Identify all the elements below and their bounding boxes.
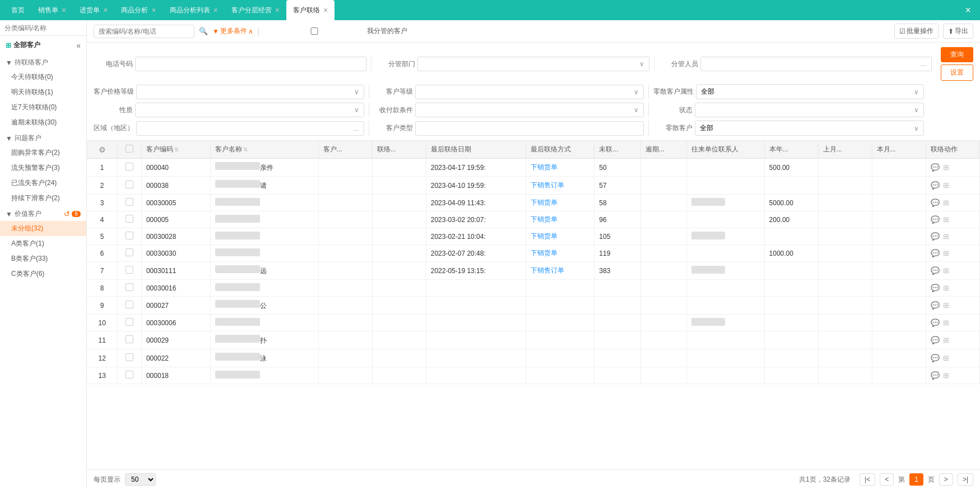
chat-icon[interactable]: 💬 xyxy=(931,371,940,380)
tab-customer-contact-close[interactable]: × xyxy=(323,6,328,15)
export-button[interactable]: ⬆ 导出 xyxy=(943,24,973,39)
chat-icon[interactable]: 💬 xyxy=(931,199,940,207)
sidebar-group-problem[interactable]: ▼ 问题客户 xyxy=(0,130,86,145)
filter-price-grade-select[interactable]: ∨ xyxy=(136,85,364,99)
tab-customer-contact[interactable]: 客户联络 × xyxy=(286,0,335,20)
tab-sales[interactable]: 销售单 × xyxy=(31,0,73,20)
row-checkbox[interactable] xyxy=(126,215,133,223)
chat-icon[interactable]: 💬 xyxy=(931,215,940,224)
query-button[interactable]: 查询 xyxy=(941,47,973,62)
method-link[interactable]: 下销售订单 xyxy=(531,266,564,274)
method-link[interactable]: 下销货单 xyxy=(531,199,558,206)
more-actions-icon[interactable]: ⊞ xyxy=(943,371,949,380)
method-link[interactable]: 下销货单 xyxy=(531,249,558,257)
settings-gear-icon[interactable]: ⚙ xyxy=(99,145,106,154)
more-actions-icon[interactable]: ⊞ xyxy=(943,266,949,275)
tab-product-analysis-close[interactable]: × xyxy=(151,6,156,15)
row-checkbox[interactable] xyxy=(126,301,133,308)
row-checkbox[interactable] xyxy=(126,198,133,206)
sidebar-all-customers[interactable]: ⊞ 全部客户 « xyxy=(0,36,86,54)
search-input[interactable] xyxy=(94,25,194,38)
first-page-button[interactable]: |< xyxy=(860,473,875,486)
more-actions-icon[interactable]: ⊞ xyxy=(943,215,949,224)
last-page-button[interactable]: >| xyxy=(958,473,973,486)
sidebar-item-class-b[interactable]: B类客户(33) xyxy=(0,251,86,266)
sidebar-item-tomorrow[interactable]: 明天待联络(1) xyxy=(0,85,86,100)
more-actions-icon[interactable]: ⊞ xyxy=(943,319,949,327)
tab-customer-segment[interactable]: 客户分层经营 × xyxy=(225,0,286,20)
tab-customer-segment-close[interactable]: × xyxy=(275,6,280,15)
row-checkbox[interactable] xyxy=(126,248,133,256)
filter-nature-select[interactable]: ∨ xyxy=(135,103,364,117)
filter-staff-select[interactable]: … xyxy=(700,57,932,71)
batch-op-button[interactable]: ☑ 批量操作 xyxy=(894,24,939,39)
sidebar-item-overdue[interactable]: 逾期未联络(30) xyxy=(0,115,86,130)
sidebar-item-class-c[interactable]: C类客户(6) xyxy=(0,266,86,282)
tab-product-analysis[interactable]: 商品分析 × xyxy=(114,0,162,20)
more-actions-icon[interactable]: ⊞ xyxy=(943,354,949,362)
chat-icon[interactable]: 💬 xyxy=(931,232,940,241)
my-customers-checkbox[interactable] xyxy=(264,27,365,35)
global-close-button[interactable]: × xyxy=(960,4,976,16)
row-checkbox[interactable] xyxy=(126,335,133,343)
sidebar-group-value[interactable]: ▼ 价值客户 ↺ 8 xyxy=(0,206,86,221)
header-checkbox[interactable] xyxy=(126,145,133,153)
sidebar-item-7days[interactable]: 近7天待联络(0) xyxy=(0,100,86,115)
filter-sparse-select[interactable]: 全部 ∨ xyxy=(695,121,924,136)
row-checkbox[interactable] xyxy=(126,181,133,188)
filter-cust-grade-select[interactable]: ∨ xyxy=(415,85,644,99)
filter-region-select[interactable]: … xyxy=(136,121,364,136)
tab-home[interactable]: 首页 xyxy=(4,0,31,20)
filter-status-select[interactable]: ∨ xyxy=(695,103,924,117)
row-checkbox[interactable] xyxy=(126,266,133,274)
method-link[interactable]: 下销货单 xyxy=(531,232,558,240)
chat-icon[interactable]: 💬 xyxy=(931,301,940,310)
chat-icon[interactable]: 💬 xyxy=(931,266,940,275)
filter-payment-select[interactable]: ∨ xyxy=(415,103,644,117)
next-page-button[interactable]: > xyxy=(939,473,953,486)
filter-dept-select[interactable]: ∨ xyxy=(417,57,649,71)
more-actions-icon[interactable]: ⊞ xyxy=(943,181,949,190)
sidebar-item-churn-warning[interactable]: 流失预警客户(3) xyxy=(0,160,86,176)
sidebar-item-today[interactable]: 今天待联络(0) xyxy=(0,70,86,85)
sidebar-item-churned[interactable]: 已流失客户(24) xyxy=(0,176,86,191)
row-checkbox[interactable] xyxy=(126,163,133,170)
tab-product-analysis-list[interactable]: 商品分析列表 × xyxy=(163,0,225,20)
tab-sales-close[interactable]: × xyxy=(62,6,66,15)
sidebar-item-class-a[interactable]: A类客户(1) xyxy=(0,236,86,251)
chat-icon[interactable]: 💬 xyxy=(931,319,940,327)
row-checkbox[interactable] xyxy=(126,232,133,239)
per-page-select[interactable]: 50 100 200 xyxy=(125,473,156,486)
method-link[interactable]: 下销售订单 xyxy=(531,181,564,189)
tab-purchase-close[interactable]: × xyxy=(103,6,108,15)
sidebar-collapse-icon[interactable]: « xyxy=(76,41,81,50)
more-actions-icon[interactable]: ⊞ xyxy=(943,199,949,207)
more-actions-icon[interactable]: ⊞ xyxy=(943,284,949,292)
prev-page-button[interactable]: < xyxy=(880,473,894,486)
chat-icon[interactable]: 💬 xyxy=(931,249,940,257)
filter-sparse-attr-select[interactable]: 全部 ∨ xyxy=(696,84,924,99)
chat-icon[interactable]: 💬 xyxy=(931,163,940,172)
row-checkbox[interactable] xyxy=(126,283,133,291)
method-link[interactable]: 下销货单 xyxy=(531,163,558,171)
more-actions-icon[interactable]: ⊞ xyxy=(943,249,949,257)
chat-icon[interactable]: 💬 xyxy=(931,181,940,190)
more-actions-icon[interactable]: ⊞ xyxy=(943,232,949,241)
sidebar-search-input[interactable] xyxy=(4,24,87,32)
sidebar-group-pending[interactable]: ▼ 待联络客户 xyxy=(0,54,86,70)
sidebar-item-abnormal[interactable]: 固购异常客户(2) xyxy=(0,145,86,160)
row-checkbox[interactable] xyxy=(126,318,133,326)
more-actions-icon[interactable]: ⊞ xyxy=(943,336,949,344)
refresh-icon[interactable]: ↺ xyxy=(64,210,70,218)
sidebar-item-declining[interactable]: 持续下滑客户(2) xyxy=(0,191,86,206)
tab-purchase[interactable]: 进货单 × xyxy=(73,0,114,20)
sort-icon-code[interactable]: ⇅ xyxy=(174,146,179,153)
more-actions-icon[interactable]: ⊞ xyxy=(943,301,949,310)
filter-more-conditions[interactable]: ▼ 更多条件 ∧ xyxy=(212,26,253,36)
reset-button[interactable]: 设置 xyxy=(941,64,973,81)
sidebar-item-unassigned[interactable]: 未分组(32) xyxy=(0,221,86,236)
sort-icon-name[interactable]: ⇅ xyxy=(243,146,248,153)
filter-cust-type-select[interactable] xyxy=(415,121,644,136)
search-icon[interactable]: 🔍 xyxy=(199,27,208,35)
chat-icon[interactable]: 💬 xyxy=(931,354,940,362)
